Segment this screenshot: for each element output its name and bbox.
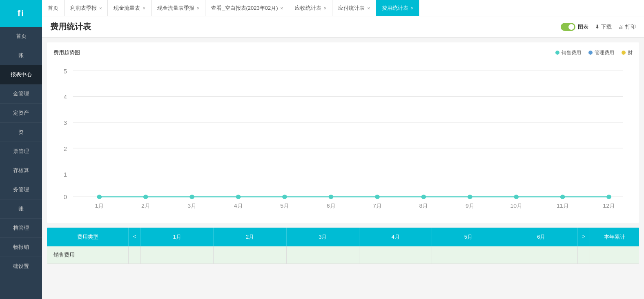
- print-button[interactable]: 🖨 打印: [618, 23, 636, 31]
- legend-sales: 销售费用: [555, 49, 581, 56]
- sidebar-item-affairs[interactable]: 务管理: [0, 180, 42, 199]
- svg-point-20: [468, 195, 472, 199]
- th-next-nav[interactable]: >: [578, 228, 590, 246]
- th-month-4: 4月: [359, 228, 432, 246]
- legend-dot-management: [588, 51, 593, 55]
- svg-point-17: [329, 195, 334, 199]
- svg-point-22: [560, 195, 565, 199]
- svg-point-19: [421, 195, 426, 199]
- legend-label-management: 管理费用: [595, 49, 614, 56]
- svg-point-21: [514, 195, 519, 199]
- svg-text:2月: 2月: [141, 203, 150, 209]
- sidebar-item-home[interactable]: 首页: [0, 27, 42, 46]
- svg-text:4月: 4月: [234, 203, 243, 209]
- svg-point-18: [375, 195, 380, 199]
- legend-label-sales: 销售费用: [562, 49, 581, 56]
- sidebar-item-expense[interactable]: 畅报销: [0, 238, 42, 257]
- page-title: 费用统计表: [50, 21, 91, 32]
- chart-toggle-wrap: 图表: [561, 23, 588, 31]
- td-month-4: [359, 246, 432, 264]
- tab-close-icon[interactable]: ×: [281, 6, 283, 11]
- tab-close-icon[interactable]: ×: [143, 6, 145, 11]
- svg-point-12: [97, 195, 102, 199]
- chart-title: 费用趋势图: [53, 49, 80, 56]
- tab-close-icon[interactable]: ×: [411, 6, 413, 11]
- svg-text:4: 4: [64, 94, 67, 100]
- sidebar-item-assets[interactable]: 定资产: [0, 104, 42, 123]
- td-month-1: [141, 246, 214, 264]
- print-icon: 🖨: [618, 24, 624, 30]
- sidebar-item-settings[interactable]: 础设置: [0, 257, 42, 276]
- svg-text:1: 1: [64, 172, 67, 178]
- sidebar-item-inventory[interactable]: 存核算: [0, 161, 42, 180]
- svg-point-14: [189, 195, 194, 199]
- tab-close-icon[interactable]: ×: [197, 6, 199, 11]
- tab-bar: 首页 利润表季报 × 现金流量表 × 现金流量表季报 × 查看_空白报表(202…: [42, 0, 644, 16]
- th-month-5: 5月: [432, 228, 505, 246]
- td-month-2: [214, 246, 286, 264]
- tab-cashflow[interactable]: 现金流量表 ×: [108, 0, 151, 16]
- th-month-1: 1月: [141, 228, 214, 246]
- svg-text:11月: 11月: [557, 203, 568, 209]
- svg-text:9月: 9月: [466, 203, 475, 209]
- sidebar-item-capital[interactable]: 资: [0, 123, 42, 142]
- th-month-6: 6月: [505, 228, 578, 246]
- sidebar: fi 首页 账 报表中心 金管理 定资产 资 票管理 存核算 务管理 账 档管理…: [0, 0, 42, 299]
- chart-toggle-label: 图表: [578, 23, 588, 31]
- sidebar-item-archive[interactable]: 档管理: [0, 219, 42, 238]
- td-month-6: [505, 246, 578, 264]
- svg-point-23: [606, 195, 611, 199]
- th-prev-nav[interactable]: <: [129, 228, 141, 246]
- legend-dot-financial: [622, 51, 626, 55]
- sidebar-item-reports[interactable]: 报表中心: [0, 65, 42, 84]
- table-row: 销售费用: [47, 246, 639, 264]
- chart-container: 5 4 3 2 1 0: [53, 61, 633, 216]
- chart-section: 费用趋势图 销售费用 管理费用 财: [47, 42, 639, 223]
- sidebar-item-ledger[interactable]: 账: [0, 199, 42, 219]
- legend-financial: 财: [622, 49, 633, 56]
- svg-point-15: [236, 195, 241, 199]
- chart-svg: 5 4 3 2 1 0: [53, 61, 633, 216]
- table-section: 费用类型 < 1月 2月 3月 4月 5月 6月 > 本年累计 销售费用: [47, 228, 639, 264]
- svg-text:5月: 5月: [280, 203, 289, 209]
- tab-profit-quarterly[interactable]: 利润表季报 ×: [65, 0, 108, 16]
- content-area: 费用趋势图 销售费用 管理费用 财: [42, 38, 644, 299]
- td-total: [590, 246, 639, 264]
- table-header-row: 费用类型 < 1月 2月 3月 4月 5月 6月 > 本年累计: [47, 228, 639, 246]
- legend-label-financial: 财: [628, 49, 633, 56]
- td-nav-next: [578, 246, 590, 264]
- svg-text:10月: 10月: [510, 203, 522, 209]
- tab-receivable[interactable]: 应收统计表 ×: [289, 0, 332, 16]
- tab-close-icon[interactable]: ×: [367, 6, 370, 11]
- sidebar-item-invoice[interactable]: 票管理: [0, 142, 42, 161]
- svg-text:7月: 7月: [373, 203, 382, 209]
- sidebar-item-finance[interactable]: 金管理: [0, 84, 42, 104]
- th-month-2: 2月: [214, 228, 286, 246]
- tab-blank-report[interactable]: 查看_空白报表(2023年02月) ×: [205, 0, 289, 16]
- tab-expense-stats[interactable]: 费用统计表 ×: [376, 0, 419, 16]
- svg-text:8月: 8月: [419, 203, 428, 209]
- td-month-3: [287, 246, 359, 264]
- download-icon: ⬇: [595, 24, 599, 30]
- tab-close-icon[interactable]: ×: [324, 6, 326, 11]
- sidebar-logo: fi: [0, 0, 42, 27]
- page-header: 费用统计表 图表 ⬇ 下载 🖨 打印: [42, 16, 644, 38]
- tab-cashflow-quarterly[interactable]: 现金流量表季报 ×: [152, 0, 205, 16]
- tab-payable[interactable]: 应付统计表 ×: [332, 0, 376, 16]
- svg-text:0: 0: [64, 194, 67, 200]
- legend-dot-sales: [555, 51, 559, 55]
- tab-close-icon[interactable]: ×: [99, 6, 102, 11]
- download-button[interactable]: ⬇ 下载: [595, 23, 612, 31]
- svg-text:5: 5: [64, 68, 67, 74]
- svg-text:2: 2: [64, 146, 67, 152]
- td-type-sales: 销售费用: [47, 246, 129, 264]
- svg-text:3月: 3月: [187, 203, 196, 209]
- tab-home[interactable]: 首页: [42, 0, 65, 16]
- header-actions: 图表 ⬇ 下载 🖨 打印: [561, 23, 636, 31]
- svg-text:6月: 6月: [327, 203, 336, 209]
- chart-toggle[interactable]: [561, 23, 575, 31]
- svg-text:3: 3: [64, 120, 67, 126]
- chart-header: 费用趋势图 销售费用 管理费用 财: [53, 49, 633, 56]
- main-content: 首页 利润表季报 × 现金流量表 × 现金流量表季报 × 查看_空白报表(202…: [42, 0, 644, 299]
- sidebar-item-account[interactable]: 账: [0, 46, 42, 65]
